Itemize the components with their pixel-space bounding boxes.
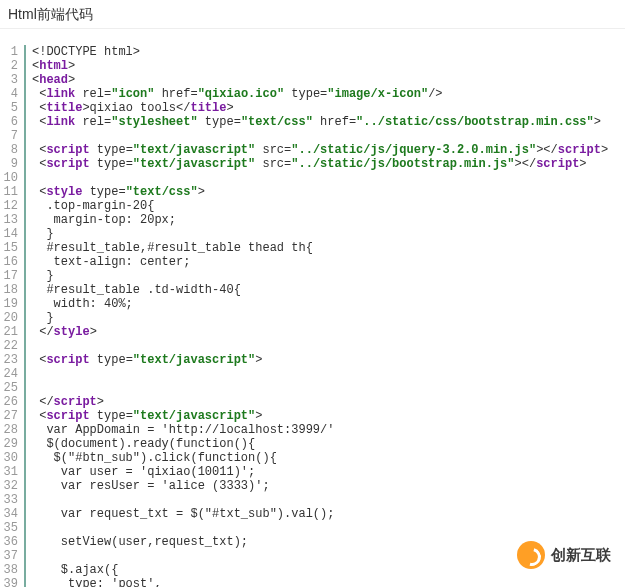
line-number: 3 — [0, 73, 18, 87]
code-line: <link rel="stylesheet" type="text/css" h… — [32, 115, 625, 129]
line-number: 7 — [0, 129, 18, 143]
line-number: 39 — [0, 577, 18, 587]
code-line: </style> — [32, 325, 625, 339]
line-number: 32 — [0, 479, 18, 493]
line-number: 24 — [0, 367, 18, 381]
code-line: #result_table .td-width-40{ — [32, 283, 625, 297]
code-line: } — [32, 269, 625, 283]
code-line: .top-margin-20{ — [32, 199, 625, 213]
line-number: 27 — [0, 409, 18, 423]
code-line: var resUser = 'alice (3333)'; — [32, 479, 625, 493]
watermark: 创新互联 — [517, 541, 611, 569]
line-number: 20 — [0, 311, 18, 325]
code-line: <head> — [32, 73, 625, 87]
code-line — [32, 129, 625, 143]
line-number: 12 — [0, 199, 18, 213]
code-line: $(document).ready(function(){ — [32, 437, 625, 451]
code-line: var user = 'qixiao(10011)'; — [32, 465, 625, 479]
line-number: 14 — [0, 227, 18, 241]
code-line: text-align: center; — [32, 255, 625, 269]
line-number: 16 — [0, 255, 18, 269]
code-line: <title>qixiao tools</title> — [32, 101, 625, 115]
line-number: 13 — [0, 213, 18, 227]
line-number: 23 — [0, 353, 18, 367]
line-number: 11 — [0, 185, 18, 199]
line-number: 38 — [0, 563, 18, 577]
line-number: 36 — [0, 535, 18, 549]
code-line: <script type="text/javascript" src="../s… — [32, 157, 625, 171]
code-line: width: 40%; — [32, 297, 625, 311]
code-line: <script type="text/javascript"> — [32, 409, 625, 423]
line-number: 31 — [0, 465, 18, 479]
code-line — [32, 521, 625, 535]
code-editor: 1234567891011121314151617181920212223242… — [0, 29, 625, 587]
section-title: Html前端代码 — [0, 0, 625, 29]
line-number: 19 — [0, 297, 18, 311]
line-number: 2 — [0, 59, 18, 73]
code-line — [32, 381, 625, 395]
line-number: 30 — [0, 451, 18, 465]
code-line: <style type="text/css"> — [32, 185, 625, 199]
line-number: 26 — [0, 395, 18, 409]
watermark-text: 创新互联 — [551, 546, 611, 565]
line-number: 18 — [0, 283, 18, 297]
code-content: <!DOCTYPE html><html><head> <link rel="i… — [32, 45, 625, 587]
code-line: } — [32, 311, 625, 325]
line-number: 35 — [0, 521, 18, 535]
code-line: type: 'post', — [32, 577, 625, 587]
code-line: <script type="text/javascript"> — [32, 353, 625, 367]
line-number: 29 — [0, 437, 18, 451]
gutter-divider — [24, 45, 26, 587]
code-line — [32, 171, 625, 185]
watermark-logo-icon — [517, 541, 545, 569]
code-line: <link rel="icon" href="qixiao.ico" type=… — [32, 87, 625, 101]
line-number: 4 — [0, 87, 18, 101]
line-number: 6 — [0, 115, 18, 129]
line-number: 10 — [0, 171, 18, 185]
code-line — [32, 339, 625, 353]
code-line: } — [32, 227, 625, 241]
line-number: 34 — [0, 507, 18, 521]
line-number: 5 — [0, 101, 18, 115]
code-line: $("#btn_sub").click(function(){ — [32, 451, 625, 465]
code-line: #result_table,#result_table thead th{ — [32, 241, 625, 255]
code-line — [32, 367, 625, 381]
line-number: 8 — [0, 143, 18, 157]
code-line: <html> — [32, 59, 625, 73]
code-line: <script type="text/javascript" src="../s… — [32, 143, 625, 157]
line-number: 15 — [0, 241, 18, 255]
line-number: 33 — [0, 493, 18, 507]
code-line — [32, 493, 625, 507]
line-number: 37 — [0, 549, 18, 563]
line-number: 1 — [0, 45, 18, 59]
code-line: <!DOCTYPE html> — [32, 45, 625, 59]
code-line: var request_txt = $("#txt_sub").val(); — [32, 507, 625, 521]
line-number-gutter: 1234567891011121314151617181920212223242… — [0, 45, 22, 587]
code-line: </script> — [32, 395, 625, 409]
line-number: 21 — [0, 325, 18, 339]
line-number: 22 — [0, 339, 18, 353]
line-number: 28 — [0, 423, 18, 437]
code-line: margin-top: 20px; — [32, 213, 625, 227]
code-line: var AppDomain = 'http://localhost:3999/' — [32, 423, 625, 437]
line-number: 9 — [0, 157, 18, 171]
line-number: 25 — [0, 381, 18, 395]
line-number: 17 — [0, 269, 18, 283]
